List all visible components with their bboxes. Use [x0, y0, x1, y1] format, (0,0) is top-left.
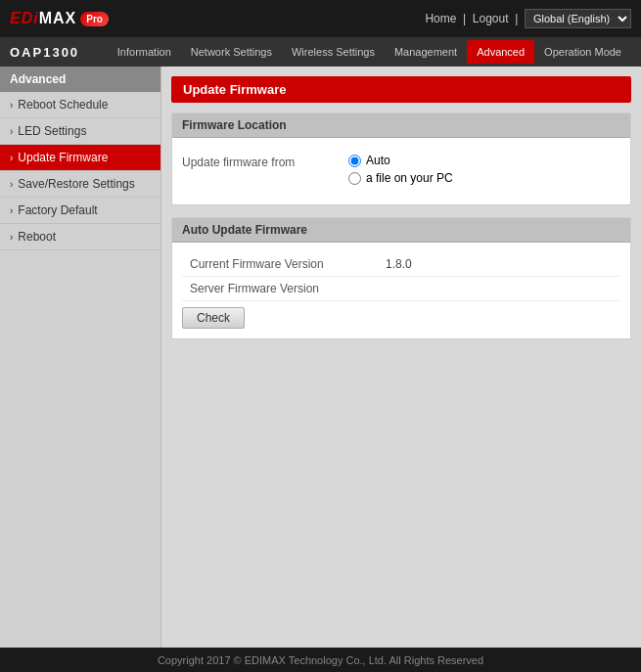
content-area: Update Firmware Firmware Location Update…: [161, 67, 641, 648]
arrow-icon: ›: [10, 205, 13, 216]
sidebar-item-label: Save/Restore Settings: [18, 177, 134, 191]
firmware-location-section: Firmware Location Update firmware from A…: [171, 112, 631, 205]
radio-auto-option: Auto: [348, 154, 620, 167]
auto-update-header: Auto Update Firmware: [172, 218, 630, 243]
nav-tabs: Information Network Settings Wireless Se…: [108, 40, 631, 64]
home-link[interactable]: Home: [425, 12, 456, 25]
arrow-icon: ›: [10, 100, 13, 111]
language-select[interactable]: Global (English)中文Deutsch: [525, 9, 631, 28]
tab-network-settings[interactable]: Network Settings: [181, 40, 282, 64]
current-firmware-value: 1.8.0: [378, 252, 620, 277]
arrow-icon: ›: [10, 179, 13, 190]
device-name: OAP1300: [10, 45, 79, 60]
logo-edimax: EDiMAX: [10, 10, 76, 27]
server-firmware-value: [378, 277, 620, 301]
check-button-wrapper: Check: [182, 301, 620, 329]
sidebar-item-reboot-schedule[interactable]: › Reboot Schedule: [0, 92, 160, 118]
firmware-info-table: Current Firmware Version 1.8.0 Server Fi…: [182, 252, 620, 301]
sidebar-item-factory-default[interactable]: › Factory Default: [0, 198, 160, 224]
header-nav: Home | Logout | Global (English)中文Deutsc…: [425, 9, 631, 28]
firmware-location-options: Auto a file on your PC: [348, 154, 620, 189]
sidebar-item-label: LED Settings: [18, 124, 86, 138]
tab-information[interactable]: Information: [108, 40, 181, 64]
sidebar-item-label: Reboot: [18, 230, 56, 244]
server-firmware-row: Server Firmware Version: [182, 277, 620, 301]
footer: Copyright 2017 © EDIMAX Technology Co., …: [0, 648, 641, 672]
radio-auto-label[interactable]: Auto: [366, 154, 390, 167]
radio-auto[interactable]: [348, 155, 361, 167]
header: EDiMAX Pro Home | Logout | Global (Engli…: [0, 0, 641, 37]
sidebar: Advanced › Reboot Schedule › LED Setting…: [0, 67, 161, 648]
logo-area: EDiMAX Pro: [10, 10, 109, 27]
sidebar-item-label: Update Firmware: [18, 151, 108, 164]
arrow-icon: ›: [10, 153, 13, 163]
sidebar-item-save-restore[interactable]: › Save/Restore Settings: [0, 171, 160, 198]
sidebar-item-reboot[interactable]: › Reboot: [0, 224, 160, 250]
auto-update-section: Auto Update Firmware Current Firmware Ve…: [171, 217, 631, 339]
sidebar-item-update-firmware[interactable]: › Update Firmware: [0, 145, 160, 171]
tab-management[interactable]: Management: [385, 40, 467, 64]
logout-link[interactable]: Logout: [473, 12, 509, 25]
radio-pc[interactable]: [348, 172, 361, 185]
footer-text: Copyright 2017 © EDIMAX Technology Co., …: [158, 654, 483, 666]
sidebar-item-led-settings[interactable]: › LED Settings: [0, 118, 160, 145]
arrow-icon: ›: [10, 126, 13, 137]
firmware-location-label: Update firmware from: [182, 154, 348, 169]
auto-update-body: Current Firmware Version 1.8.0 Server Fi…: [172, 243, 630, 338]
current-firmware-row: Current Firmware Version 1.8.0: [182, 252, 620, 277]
device-bar: OAP1300 Information Network Settings Wir…: [0, 37, 641, 67]
tab-operation-mode[interactable]: Operation Mode: [534, 40, 631, 64]
main-layout: Advanced › Reboot Schedule › LED Setting…: [0, 67, 641, 648]
firmware-location-row: Update firmware from Auto a file on your…: [182, 148, 620, 195]
firmware-location-header: Firmware Location: [172, 113, 630, 138]
tab-wireless-settings[interactable]: Wireless Settings: [282, 40, 385, 64]
check-button[interactable]: Check: [182, 307, 245, 329]
tab-advanced[interactable]: Advanced: [467, 40, 534, 64]
radio-pc-option: a file on your PC: [348, 171, 620, 185]
sidebar-item-label: Reboot Schedule: [18, 98, 108, 112]
current-firmware-label: Current Firmware Version: [182, 252, 378, 277]
server-firmware-label: Server Firmware Version: [182, 277, 378, 301]
arrow-icon: ›: [10, 232, 13, 243]
logo-pro: Pro: [80, 12, 109, 26]
page-title: Update Firmware: [171, 76, 631, 103]
sidebar-item-label: Factory Default: [18, 203, 97, 217]
radio-pc-label[interactable]: a file on your PC: [366, 171, 453, 185]
sidebar-header: Advanced: [0, 67, 160, 92]
firmware-location-body: Update firmware from Auto a file on your…: [172, 138, 630, 204]
